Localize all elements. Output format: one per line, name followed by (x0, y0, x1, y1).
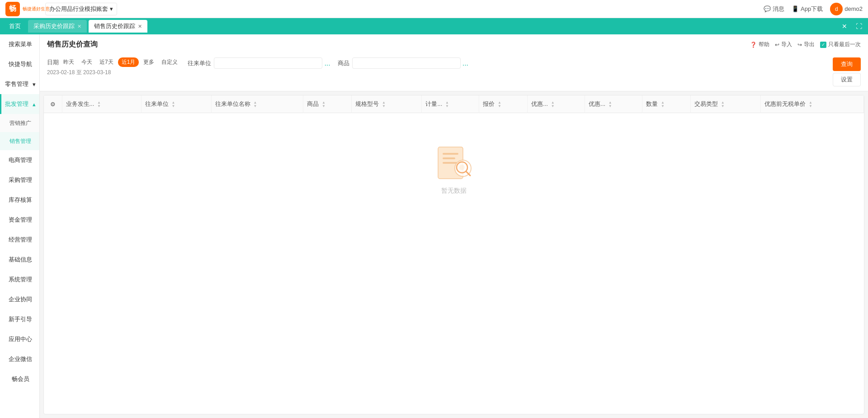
tabbar: 首页 采购历史价跟踪 ✕ 销售历史价跟踪 ✕ ✕ ⛶ (0, 18, 868, 34)
sidebar-search-menu-label: 搜索菜单 (9, 40, 32, 48)
sort-icon-discount1: ▲▼ (551, 101, 555, 108)
partner-dots-btn[interactable]: ... (324, 59, 330, 67)
close-tab-action[interactable]: ✕ (839, 21, 850, 32)
tab-purchase-history-close[interactable]: ✕ (77, 24, 81, 29)
date-range-text: 2023-02-18 至 2023-03-18 (47, 69, 180, 76)
sidebar-item-ecommerce[interactable]: 电商管理 (0, 150, 39, 170)
sidebar-item-app-center[interactable]: 应用中心 (0, 329, 39, 349)
date-btn-custom[interactable]: 自定义 (159, 57, 180, 67)
sidebar-finance-label: 资金管理 (9, 216, 32, 224)
date-buttons: 日期 昨天 今天 近7天 近1月 更多 自定义 (47, 57, 180, 67)
sidebar-item-wholesale[interactable]: 批发管理 ▴ (0, 94, 39, 114)
sidebar-item-guide[interactable]: 新手引导 (0, 309, 39, 329)
sidebar-marketing-label: 营销推广 (9, 119, 31, 127)
setting-button[interactable]: 设置 (833, 73, 861, 86)
export-label: 导出 (804, 41, 815, 48)
import-icon: ↩ (775, 42, 779, 48)
sidebar-item-inventory[interactable]: 库存核算 (0, 190, 39, 210)
export-icon: ↪ (797, 42, 802, 48)
col-quote[interactable]: 报价 ▲▼ (479, 95, 528, 113)
date-btn-more[interactable]: 更多 (141, 57, 157, 67)
help-btn[interactable]: ❓ 帮助 (750, 41, 769, 48)
col-partner-code[interactable]: 往来单位 ▲▼ (141, 95, 211, 113)
goods-input[interactable] (352, 57, 461, 69)
date-btn-1month[interactable]: 近1月 (118, 57, 139, 67)
chevron-down-icon: ▾ (110, 5, 113, 12)
user-menu[interactable]: d demo2 (830, 3, 863, 15)
avatar: d (830, 3, 843, 15)
sidebar-item-system[interactable]: 系统管理 (0, 270, 39, 290)
sidebar-item-sales-mgmt[interactable]: 销售管理 (0, 132, 39, 150)
table-wrap: ⚙ 业务发生... ▲▼ 往来单位 ▲▼ 往来单位名称 ▲▼ (43, 95, 864, 414)
sidebar-item-wechat[interactable]: 企业微信 (0, 349, 39, 369)
sort-icon-quantity: ▲▼ (661, 101, 665, 108)
topbar-left: 畅 畅捷通好生意 办公用品行业模拟账套 ▾ (5, 2, 117, 16)
only-last-checkbox[interactable]: ✓ 只看最后一次 (820, 41, 861, 48)
col-discount1[interactable]: 优惠... ▲▼ (528, 95, 585, 113)
sidebar-wholesale-label: 批发管理 (5, 100, 28, 108)
page-header: 销售历史价查询 ❓ 帮助 ↩ 导入 ↪ 导出 ✓ (40, 34, 868, 91)
col-pre-tax-price[interactable]: 优惠前无税单价 ▲▼ (761, 95, 864, 113)
date-btn-7days[interactable]: 近7天 (97, 57, 116, 67)
page-title-row: 销售历史价查询 ❓ 帮助 ↩ 导入 ↪ 导出 ✓ (47, 40, 861, 49)
svg-rect-3 (443, 162, 457, 164)
sort-icon-partner-code: ▲▼ (171, 101, 175, 108)
sidebar-item-purchase[interactable]: 采购管理 (0, 170, 39, 190)
col-settings[interactable]: ⚙ (44, 95, 62, 113)
tab-purchase-history[interactable]: 采购历史价跟踪 ✕ (28, 20, 87, 33)
topbar-right: 💬 消息 📱 App下载 d demo2 (764, 3, 863, 15)
page-title: 销售历史价查询 (47, 40, 98, 49)
message-btn[interactable]: 💬 消息 (764, 5, 784, 13)
empty-text: 暂无数据 (441, 187, 467, 195)
partner-filter-group: 往来单位 ... (188, 57, 330, 69)
sidebar-purchase-label: 采购管理 (9, 176, 32, 184)
sidebar-wechat-label: 企业微信 (9, 355, 32, 363)
app-selector[interactable]: 办公用品行业模拟账套 ▾ (45, 3, 117, 15)
help-label: 帮助 (759, 41, 769, 48)
tab-sales-history-close[interactable]: ✕ (138, 24, 142, 29)
date-btn-today[interactable]: 今天 (79, 57, 95, 67)
sidebar-item-retail[interactable]: 零售管理 ▾ (0, 74, 39, 94)
col-goods[interactable]: 商品 ▲▼ (303, 95, 352, 113)
partner-label: 往来单位 (188, 59, 211, 67)
sidebar-item-finance[interactable]: 资金管理 (0, 210, 39, 230)
filter-row: 日期 昨天 今天 近7天 近1月 更多 自定义 2023-02-18 至 202… (47, 54, 861, 91)
sidebar-item-member[interactable]: 畅会员 (0, 369, 39, 389)
expand-action[interactable]: ⛶ (854, 21, 864, 32)
col-quantity[interactable]: 数量 ▲▼ (642, 95, 691, 113)
only-last-label: 只看最后一次 (828, 41, 861, 48)
col-spec[interactable]: 规格型号 ▲▼ (352, 95, 422, 113)
tab-sales-history[interactable]: 销售历史价跟踪 ✕ (89, 20, 147, 33)
download-btn[interactable]: 📱 App下载 (792, 5, 823, 13)
sort-icon-pre-tax-price: ▲▼ (809, 101, 812, 108)
table-header-row: ⚙ 业务发生... ▲▼ 往来单位 ▲▼ 往来单位名称 ▲▼ (44, 95, 864, 113)
goods-input-wrap: ... (352, 57, 468, 69)
sidebar-guide-label: 新手引导 (9, 315, 32, 323)
download-icon: 📱 (792, 5, 799, 12)
sort-icon-trade-type: ▲▼ (721, 101, 725, 108)
import-btn[interactable]: ↩ 导入 (775, 41, 792, 48)
sidebar-item-operations[interactable]: 经营管理 (0, 230, 39, 250)
export-btn[interactable]: ↪ 导出 (797, 41, 815, 48)
message-label: 消息 (773, 5, 784, 13)
search-button[interactable]: 查询 (833, 57, 861, 71)
tab-home[interactable]: 首页 (4, 20, 26, 33)
col-biz-date[interactable]: 业务发生... ▲▼ (62, 95, 141, 113)
sidebar-item-quick-nav[interactable]: 快捷导航 (0, 54, 39, 74)
col-discount2[interactable]: 优惠... ▲▼ (585, 95, 642, 113)
logo-area: 畅 畅捷通好生意 (5, 2, 42, 16)
col-trade-type[interactable]: 交易类型 ▲▼ (691, 95, 761, 113)
date-btn-yesterday[interactable]: 昨天 (61, 57, 77, 67)
sidebar-system-label: 系统管理 (9, 276, 32, 284)
sidebar-item-basic-info[interactable]: 基础信息 (0, 250, 39, 270)
goods-dots-btn[interactable]: ... (462, 59, 468, 67)
sidebar-operations-label: 经营管理 (9, 236, 32, 244)
col-unit[interactable]: 计量... ▲▼ (422, 95, 479, 113)
partner-input[interactable] (214, 57, 322, 69)
sidebar-item-enterprise[interactable]: 企业协同 (0, 290, 39, 309)
sidebar-item-marketing[interactable]: 营销推广 (0, 114, 39, 132)
col-partner-name[interactable]: 往来单位名称 ▲▼ (211, 95, 303, 113)
sidebar-enterprise-label: 企业协同 (9, 295, 32, 304)
sort-icon-partner-name: ▲▼ (254, 101, 257, 108)
sidebar-item-search-menu[interactable]: 搜索菜单 (0, 34, 39, 54)
